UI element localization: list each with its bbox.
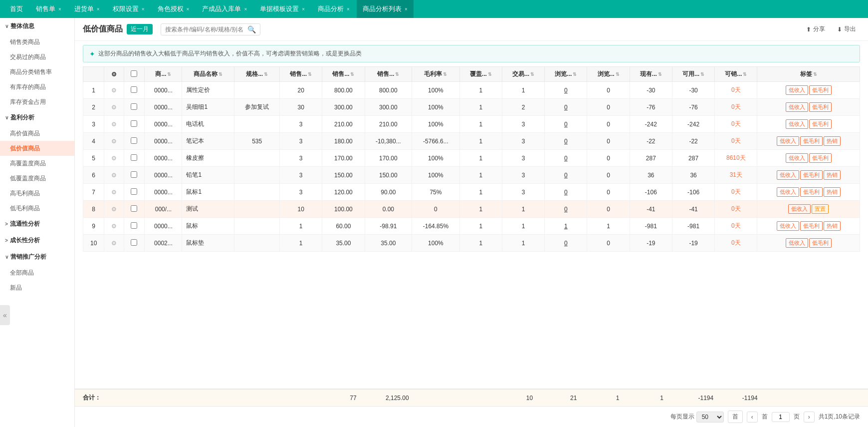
settings-icon[interactable]: ⚙ [111,155,117,162]
row-checkbox[interactable] [131,171,137,178]
sidebar-section-盈利分析[interactable]: ∨盈利分析 [0,109,74,126]
row-checkbox[interactable] [131,154,137,161]
settings-icon[interactable]: ⚙ [111,189,117,196]
nav-item-角色授权[interactable]: 角色授权× [152,0,196,18]
cell-checkbox[interactable] [124,99,145,116]
sidebar-section-整体信息[interactable]: ∨整体信息 [0,18,74,34]
cell-settings[interactable]: ⚙ [104,201,124,218]
sort-icon[interactable]: ⇅ [573,72,577,77]
prev-page-button[interactable]: ‹ [747,412,758,423]
cell-views1[interactable]: 0 [545,82,587,99]
cell-checkbox[interactable] [124,201,145,218]
next-page-button[interactable]: › [804,412,815,423]
sort-icon[interactable]: ⇅ [530,72,534,77]
nav-item-销售单[interactable]: 销售单× [30,0,67,18]
export-button[interactable]: ⬇ 导出 [833,23,860,35]
sidebar-item-销售类商品[interactable]: 销售类商品 [0,34,74,49]
row-checkbox[interactable] [131,188,137,195]
cell-checkbox[interactable] [124,235,145,252]
sidebar-item-商品分类销售率[interactable]: 商品分类销售率 [0,64,74,79]
sort-icon[interactable]: ⇅ [264,72,268,77]
cell-settings[interactable]: ⚙ [104,150,124,167]
sort-icon[interactable]: ⇅ [743,72,747,77]
cell-checkbox[interactable] [124,82,145,99]
cell-settings[interactable]: ⚙ [104,218,124,235]
sidebar-item-低价值商品[interactable]: 低价值商品 [0,141,74,156]
close-icon[interactable]: × [97,6,100,12]
sort-icon[interactable]: ⇅ [700,72,704,77]
th-checkbox[interactable] [124,67,145,82]
th-settings[interactable]: ⚙ [104,67,124,82]
cell-settings[interactable]: ⚙ [104,116,124,133]
close-icon[interactable]: × [347,6,350,12]
sidebar-section-营销推广分析[interactable]: ∨营销推广分析 [0,249,74,265]
row-checkbox[interactable] [131,222,137,229]
sidebar-section-流通性分析[interactable]: >流通性分析 [0,216,74,232]
cell-settings[interactable]: ⚙ [104,133,124,150]
views-link[interactable]: 0 [564,240,568,247]
search-icon[interactable]: 🔍 [247,25,256,33]
views-link[interactable]: 0 [564,172,568,179]
views-link[interactable]: 0 [564,155,568,162]
select-all-checkbox[interactable] [131,70,137,77]
settings-icon[interactable]: ⚙ [111,121,117,128]
sort-icon[interactable]: ⇅ [218,72,222,77]
sort-icon[interactable]: ⇅ [350,72,354,77]
cell-checkbox[interactable] [124,218,145,235]
sort-icon[interactable]: ⇅ [616,72,620,77]
settings-icon[interactable]: ⚙ [111,240,117,247]
close-icon[interactable]: × [405,6,408,12]
nav-item-权限设置[interactable]: 权限设置× [107,0,151,18]
cell-views1[interactable]: 0 [545,235,587,252]
settings-icon[interactable]: ⚙ [111,87,117,94]
views-link[interactable]: 0 [564,138,568,145]
settings-icon[interactable]: ⚙ [111,104,117,111]
sidebar-item-低覆盖度商品[interactable]: 低覆盖度商品 [0,171,74,186]
close-icon[interactable]: × [302,6,305,12]
cell-settings[interactable]: ⚙ [104,184,124,201]
row-checkbox[interactable] [131,239,137,246]
collapse-sidebar-button[interactable]: « [0,305,10,325]
cell-checkbox[interactable] [124,116,145,133]
views-link[interactable]: 0 [564,189,568,196]
nav-item-商品分析[interactable]: 商品分析× [312,0,356,18]
cell-views1[interactable]: 0 [545,133,587,150]
cell-checkbox[interactable] [124,184,145,201]
nav-item-首页[interactable]: 首页 [4,0,29,18]
sort-icon[interactable]: ⇅ [443,72,447,77]
cell-views1[interactable]: 1 [545,218,587,235]
close-icon[interactable]: × [142,6,145,12]
cell-checkbox[interactable] [124,133,145,150]
close-icon[interactable]: × [187,6,190,12]
sidebar-item-有库存的商品[interactable]: 有库存的商品 [0,79,74,94]
filter-tag[interactable]: 近一月 [127,24,153,34]
sidebar-item-高价值商品[interactable]: 高价值商品 [0,126,74,141]
nav-item-进货单[interactable]: 进货单× [68,0,106,18]
sidebar-item-全部商品[interactable]: 全部商品 [0,265,74,280]
per-page-select[interactable]: 50 100 [696,412,724,423]
settings-icon[interactable]: ⚙ [111,172,117,179]
sort-icon[interactable]: ⇅ [308,72,312,77]
cell-checkbox[interactable] [124,150,145,167]
first-page-button[interactable]: 首 [728,411,743,423]
nav-item-商品分析列表[interactable]: 商品分析列表× [357,0,414,18]
settings-icon[interactable]: ⚙ [111,223,117,230]
views-link[interactable]: 0 [564,121,568,128]
sidebar-section-成长性分析[interactable]: >成长性分析 [0,232,74,249]
share-button[interactable]: ⬆ 分享 [802,23,829,35]
sidebar-item-低毛利商品[interactable]: 低毛利商品 [0,201,74,216]
sidebar-item-新品[interactable]: 新品 [0,280,74,295]
row-checkbox[interactable] [131,86,137,93]
views-link[interactable]: 1 [564,223,568,230]
views-link[interactable]: 0 [564,206,568,213]
close-icon[interactable]: × [58,6,61,12]
sort-icon[interactable]: ⇅ [488,72,492,77]
cell-settings[interactable]: ⚙ [104,99,124,116]
cell-views1[interactable]: 0 [545,99,587,116]
close-icon[interactable]: × [244,6,247,12]
page-input[interactable] [772,412,790,422]
sort-icon[interactable]: ⇅ [658,72,662,77]
sidebar-item-高毛利商品[interactable]: 高毛利商品 [0,186,74,201]
nav-item-单据模板设置[interactable]: 单据模板设置× [254,0,311,18]
sidebar-item-交易过的商品[interactable]: 交易过的商品 [0,49,74,64]
